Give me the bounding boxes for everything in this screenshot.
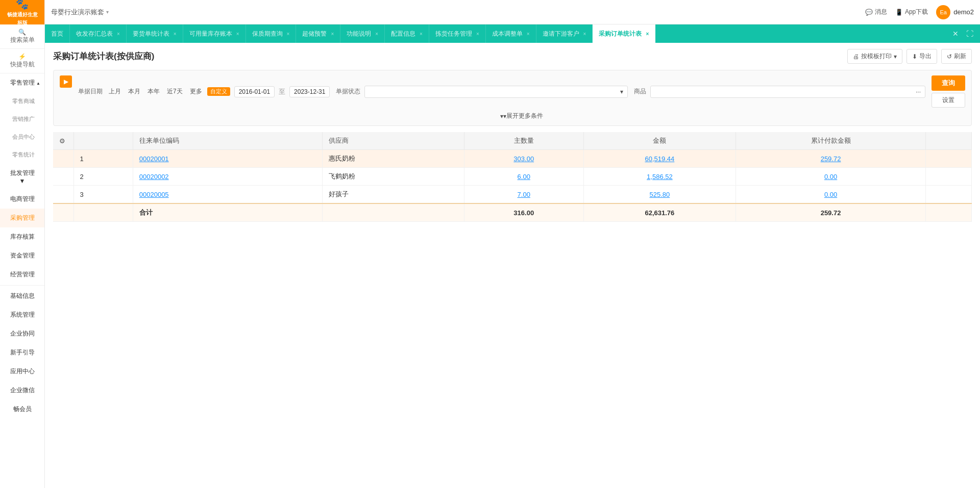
print-dropdown-icon: ▾ bbox=[894, 53, 897, 60]
sidebar-item-retail[interactable]: 零售管理 bbox=[0, 73, 44, 92]
sidebar-item-wechat[interactable]: 企业微信 bbox=[0, 381, 44, 400]
table-settings-icon[interactable]: ⚙ bbox=[59, 137, 65, 145]
tab-function-desc[interactable]: 功能说明 × bbox=[340, 24, 385, 43]
table-row[interactable]: 2 00020002 飞鹤奶粉 6.00 1,586.52 0.00 bbox=[53, 168, 972, 186]
workspace-arrow: ▾ bbox=[106, 9, 109, 15]
table-row[interactable]: 3 00020005 好孩子 7.00 525.80 0.00 bbox=[53, 186, 972, 204]
row-supplier-code[interactable]: 00020005 bbox=[133, 186, 322, 204]
status-select[interactable]: ▾ bbox=[364, 86, 627, 98]
top-bar-left: 母婴行业演示账套 ▾ bbox=[51, 8, 109, 17]
query-settings-area: 查询 设置 bbox=[932, 75, 965, 108]
tab-expiry-query[interactable]: 保质期查询 × bbox=[246, 24, 297, 43]
sidebar-item-label: 批发管理 bbox=[10, 169, 35, 177]
nav-icon: ⚡ bbox=[18, 53, 26, 60]
export-btn[interactable]: ⬇ 导出 bbox=[906, 49, 937, 64]
tab-close-icon[interactable]: × bbox=[527, 31, 530, 37]
tab-close-icon[interactable]: × bbox=[420, 31, 423, 37]
date-from-value[interactable]: 2016-01-01 bbox=[234, 86, 275, 97]
row-amount[interactable]: 525.80 bbox=[583, 186, 736, 204]
user-area[interactable]: Ea demo2 bbox=[936, 5, 974, 19]
tab-label: 可用量库存账本 bbox=[189, 30, 232, 38]
shortcut-last-month[interactable]: 上月 bbox=[107, 87, 123, 96]
sidebar-item-purchase[interactable]: 采购管理 bbox=[0, 209, 44, 227]
tab-close-icon[interactable]: × bbox=[174, 31, 177, 37]
tab-purchase-stats[interactable]: 采购订单统计表 × bbox=[593, 24, 655, 43]
date-to-value[interactable]: 2023-12-31 bbox=[289, 86, 330, 97]
tab-close-icon[interactable]: × bbox=[331, 31, 334, 37]
col-settings[interactable]: ⚙ bbox=[53, 132, 74, 150]
row-supplier-code[interactable]: 00020002 bbox=[133, 168, 322, 186]
tab-close-icon[interactable]: × bbox=[646, 31, 649, 37]
row-main-qty[interactable]: 6.00 bbox=[464, 168, 583, 186]
tab-invite-downstream[interactable]: 邀请下游客户 × bbox=[536, 24, 593, 43]
goods-filter: 商品 ··· bbox=[634, 86, 925, 98]
sidebar-item-operation[interactable]: 经营管理 bbox=[0, 265, 44, 284]
sidebar-item-finance[interactable]: 资金管理 bbox=[0, 246, 44, 265]
sidebar-item-retail-mall[interactable]: 零售商城 bbox=[0, 92, 44, 110]
sidebar-item-guide[interactable]: 新手引导 bbox=[0, 343, 44, 362]
tab-home[interactable]: 首页 bbox=[45, 24, 70, 43]
date-label: 单据日期 bbox=[78, 87, 103, 96]
sidebar-item-system[interactable]: 系统管理 bbox=[0, 305, 44, 324]
message-btn[interactable]: 💬 消息 bbox=[865, 8, 887, 16]
status-filter: 单据状态 ▾ bbox=[336, 86, 627, 98]
tab-close-all-btn[interactable]: ✕ bbox=[949, 28, 962, 40]
sidebar-item-inventory[interactable]: 库存核算 bbox=[0, 227, 44, 246]
filter-toggle-btn[interactable]: ▶ bbox=[60, 75, 72, 88]
settings-btn[interactable]: 设置 bbox=[932, 93, 965, 108]
row-amount[interactable]: 60,519.44 bbox=[583, 150, 736, 168]
goods-more-icon[interactable]: ··· bbox=[916, 88, 921, 95]
sidebar-quick-nav[interactable]: ⚡ 快捷导航 bbox=[0, 49, 44, 73]
filter-row-1: 单据日期 上月 本月 本年 近7天 更多 自定义 2016-01-01 至 bbox=[78, 75, 965, 108]
sidebar-item-app-center[interactable]: 应用中心 bbox=[0, 362, 44, 381]
row-paid-amount[interactable]: 0.00 bbox=[736, 168, 925, 186]
sidebar-search[interactable]: 🔍 搜索菜单 bbox=[0, 24, 44, 49]
table-row[interactable]: 1 00020001 惠氏奶粉 303.00 60,519.44 259.72 bbox=[53, 150, 972, 168]
shortcut-this-year[interactable]: 本年 bbox=[145, 87, 162, 96]
sidebar-item-ecommerce[interactable]: 电商管理 bbox=[0, 190, 44, 209]
goods-input[interactable]: ··· bbox=[650, 86, 925, 98]
app-download-btn[interactable]: 📱 App下载 bbox=[895, 8, 928, 16]
tab-close-icon[interactable]: × bbox=[287, 31, 290, 37]
footer-supplier bbox=[323, 203, 464, 222]
expand-icon: ▾▾ bbox=[500, 113, 506, 120]
row-amount[interactable]: 1,586.52 bbox=[583, 168, 736, 186]
query-btn[interactable]: 查询 bbox=[932, 75, 965, 91]
sidebar-item-member[interactable]: 会员中心 bbox=[0, 128, 44, 146]
status-dropdown-icon: ▾ bbox=[620, 88, 623, 95]
tab-close-icon[interactable]: × bbox=[236, 31, 239, 37]
tab-fullscreen-btn[interactable]: ⛶ bbox=[964, 28, 976, 40]
tab-close-icon[interactable]: × bbox=[117, 31, 120, 37]
shortcut-more[interactable]: 更多 bbox=[188, 87, 204, 96]
date-shortcuts: 上月 本月 本年 近7天 更多 自定义 bbox=[107, 87, 230, 96]
custom-tag[interactable]: 自定义 bbox=[207, 87, 230, 96]
tab-pick-task[interactable]: 拣货任务管理 × bbox=[429, 24, 486, 43]
sidebar-item-enterprise[interactable]: 企业协同 bbox=[0, 324, 44, 343]
row-main-qty[interactable]: 303.00 bbox=[464, 150, 583, 168]
tab-receive-send[interactable]: 收发存汇总表 × bbox=[70, 24, 127, 43]
sidebar-item-vip[interactable]: 畅会员 bbox=[0, 400, 44, 419]
tab-close-icon[interactable]: × bbox=[476, 31, 479, 37]
expand-row[interactable]: ▾▾ 展开更多条件 bbox=[78, 112, 965, 120]
tab-cost-adjust[interactable]: 成本调整单 × bbox=[486, 24, 536, 43]
workspace-selector[interactable]: 母婴行业演示账套 ▾ bbox=[51, 8, 109, 17]
row-main-qty[interactable]: 7.00 bbox=[464, 186, 583, 204]
sidebar-item-retail-stats[interactable]: 零售统计 bbox=[0, 146, 44, 164]
tab-demand-stats[interactable]: 要货单统计表 × bbox=[127, 24, 183, 43]
refresh-btn[interactable]: ↺ 刷新 bbox=[941, 49, 972, 64]
sidebar-item-wholesale[interactable]: 批发管理 bbox=[0, 164, 44, 190]
tab-config-info[interactable]: 配置信息 × bbox=[385, 24, 429, 43]
tab-overstock-warning[interactable]: 超储预警 × bbox=[296, 24, 340, 43]
tab-close-icon[interactable]: × bbox=[583, 31, 586, 37]
row-paid-amount[interactable]: 0.00 bbox=[736, 186, 925, 204]
row-settings bbox=[53, 150, 74, 168]
shortcut-7days[interactable]: 近7天 bbox=[165, 87, 185, 96]
sidebar-item-marketing[interactable]: 营销推广 bbox=[0, 110, 44, 128]
tab-available-stock[interactable]: 可用量库存账本 × bbox=[183, 24, 246, 43]
tab-close-icon[interactable]: × bbox=[375, 31, 378, 37]
sidebar-item-basic[interactable]: 基础信息 bbox=[0, 287, 44, 305]
row-paid-amount[interactable]: 259.72 bbox=[736, 150, 925, 168]
row-supplier-code[interactable]: 00020001 bbox=[133, 150, 322, 168]
shortcut-this-month[interactable]: 本月 bbox=[126, 87, 142, 96]
print-btn[interactable]: 🖨 按模板打印 ▾ bbox=[847, 49, 902, 64]
